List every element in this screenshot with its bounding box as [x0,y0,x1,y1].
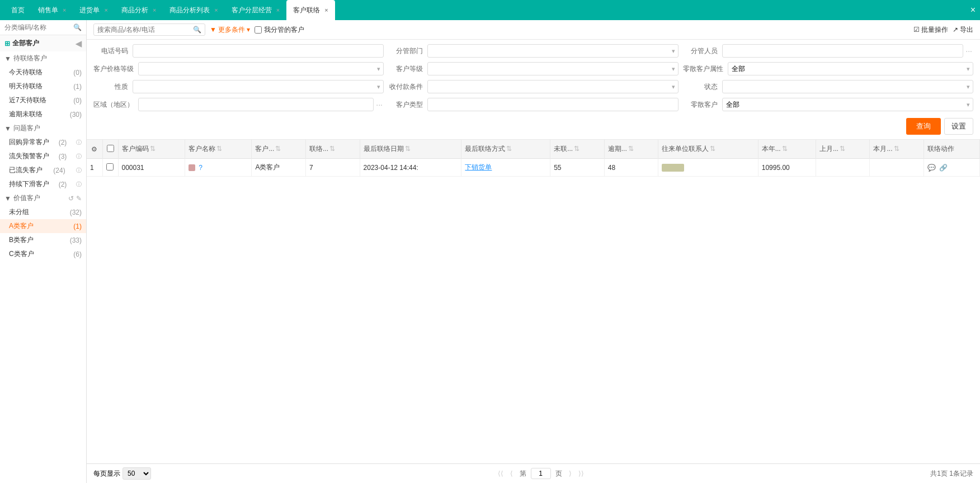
nav-customer-tier[interactable]: 客户分层经营 × [225,0,286,20]
sidebar-search-input[interactable] [4,23,71,31]
cell-check[interactable] [102,159,118,177]
value-group-edit[interactable]: ✎ [76,195,82,202]
sidebar-collapse-icon[interactable]: ◀ [76,39,82,48]
col-current-month[interactable]: 本月...⇅ [870,140,924,159]
col-current-year[interactable]: 本年...⇅ [758,140,816,159]
close-all-icon[interactable]: × [970,5,976,15]
col-check[interactable] [102,140,118,159]
nav-purchase-close[interactable]: × [104,0,107,20]
nav-customer-contact-close[interactable]: × [324,0,328,20]
all-customers-header[interactable]: ⊞ 全部客户 ◀ [0,35,86,51]
group-pending-contact-header[interactable]: ▼ 待联络客户 [0,51,86,65]
col-no-contact-sort: ⇅ [574,145,579,153]
field-region-dots[interactable]: ··· [375,100,384,109]
field-status-select[interactable] [722,80,973,93]
group-problem-header[interactable]: ▼ 问题客户 [0,121,86,135]
field-payment-select[interactable] [427,80,679,93]
sidebar-item-class-a[interactable]: A类客户 (1) [0,219,86,233]
nav-sales-close[interactable]: × [63,0,66,20]
nav-customer-tier-close[interactable]: × [276,0,280,20]
group-pending-contact: ▼ 待联络客户 今天待联络 (0) 明天待联络 (1) 近7天待联络 (0) 逾… [0,51,86,121]
page-first-btn[interactable]: ⟨⟨ [496,468,506,479]
select-all-checkbox[interactable] [107,145,114,152]
page-number-input[interactable] [531,468,551,479]
col-gear[interactable]: ⚙ [87,140,102,159]
info-icon-3[interactable]: ⓘ [76,167,82,174]
settings-button[interactable]: 设置 [944,118,973,135]
sidebar-item-declining[interactable]: 持续下滑客户 (2) ⓘ [0,177,86,191]
export-btn[interactable]: ↗ 导出 [953,25,973,35]
field-price-grade-label: 客户价格等级 [93,64,138,74]
col-name-sort: ⇅ [216,145,222,153]
sidebar-item-7days[interactable]: 近7天待联络 (0) [0,93,86,107]
group-value-header[interactable]: ▼ 价值客户 ↺ ✎ [0,191,86,205]
field-phone-input[interactable] [133,44,384,58]
info-icon-1[interactable]: ⓘ [76,139,82,146]
field-customer-grade-select[interactable] [427,62,679,75]
nav-product-analysis-close[interactable]: × [153,0,156,20]
sidebar-item-overdue[interactable]: 逾期未联络 (30) [0,107,86,121]
customer-table: ⚙ 客户编码⇅ 客户名称⇅ 客户...⇅ 联络...⇅ 最后联络日期⇅ 最后联络… [87,140,980,177]
sidebar-item-unclassified[interactable]: 未分组 (32) [0,205,86,219]
field-region-input[interactable] [138,98,374,111]
cell-current-month [870,159,924,177]
col-name[interactable]: 客户名称⇅ [185,140,251,159]
sidebar-item-class-c[interactable]: C类客户 (6) [0,247,86,261]
sidebar-item-today[interactable]: 今天待联络 (0) [0,65,86,79]
sidebar-item-churned[interactable]: 已流失客户 (24) ⓘ [0,163,86,177]
col-no-contact[interactable]: 未联...⇅ [550,140,605,159]
col-contact-person[interactable]: 往来单位联系人⇅ [658,140,758,159]
col-level[interactable]: 客户...⇅ [252,140,306,159]
field-customer-type-input[interactable] [427,98,679,111]
value-group-refresh[interactable]: ↺ [68,195,74,202]
info-icon-2[interactable]: ⓘ [76,153,82,160]
nav-purchase[interactable]: 进货单 × [73,0,114,20]
sidebar-item-class-b[interactable]: B类客户 (33) [0,233,86,247]
field-price-grade-select[interactable] [138,62,384,75]
bulk-op-btn[interactable]: ☑ 批量操作 [913,25,948,35]
page-prev-btn[interactable]: ⟨ [508,468,515,479]
contact-method-link[interactable]: 下销货单 [465,163,492,171]
col-last-date[interactable]: 最后联络日期⇅ [360,140,461,159]
field-retail-customer-select[interactable]: 全部 [722,98,973,111]
link-icon[interactable]: 🔗 [939,164,948,172]
nav-sales[interactable]: 销售单 × [31,0,73,20]
page-size-select[interactable]: 50 20 100 [123,467,151,480]
field-dept-select[interactable] [427,44,679,58]
col-overdue[interactable]: 逾期...⇅ [604,140,658,159]
nav-product-list-close[interactable]: × [214,0,218,20]
query-button[interactable]: 查询 [906,118,941,135]
col-code[interactable]: 客户编码⇅ [118,140,185,159]
main-search-icon[interactable]: 🔍 [193,26,201,34]
nav-customer-contact[interactable]: 客户联络 × [286,0,334,20]
sidebar-item-tomorrow[interactable]: 明天待联络 (1) [0,79,86,93]
table-area: ⚙ 客户编码⇅ 客户名称⇅ 客户...⇅ 联络...⇅ 最后联络日期⇅ 最后联络… [87,140,980,463]
chat-icon[interactable]: 💬 [927,164,936,172]
sidebar-item-declining-count: (2) [59,181,67,188]
customer-name-text[interactable]: ? [199,164,202,172]
info-icon-4[interactable]: ⓘ [76,181,82,188]
field-person-input[interactable] [722,44,963,58]
main-search-input[interactable] [97,26,193,34]
field-nature-select[interactable] [133,80,384,93]
more-conditions-btn[interactable]: ▼ 更多条件 ▾ [210,25,250,35]
nav-home[interactable]: 首页 [4,0,31,20]
field-person-dots[interactable]: ··· [964,46,973,55]
field-retail-attr-select[interactable]: 全部 [728,62,973,75]
my-customers-check[interactable]: 我分管的客户 [255,25,304,35]
field-retail-attr: 零散客户属性 全部 [683,62,973,75]
nav-product-analysis[interactable]: 商品分析 × [115,0,163,20]
sidebar-search-icon[interactable]: 🔍 [73,23,82,31]
page-last-btn[interactable]: ⟩⟩ [576,468,586,479]
nav-product-list[interactable]: 商品分析列表 × [163,0,224,20]
col-contact-count[interactable]: 联络...⇅ [306,140,360,159]
row-checkbox[interactable] [106,163,114,171]
field-region-label: 区域（地区） [93,100,138,110]
col-level-label: 客户... [255,145,274,153]
my-customers-checkbox[interactable] [255,26,262,34]
sidebar-item-churn-warning[interactable]: 流失预警客户 (3) ⓘ [0,149,86,163]
col-last-method[interactable]: 最后联络方式⇅ [461,140,550,159]
sidebar-item-repeat-abnormal[interactable]: 回购异常客户 (2) ⓘ [0,135,86,149]
col-last-month[interactable]: 上月...⇅ [816,140,870,159]
page-next-btn[interactable]: ⟩ [567,468,574,479]
